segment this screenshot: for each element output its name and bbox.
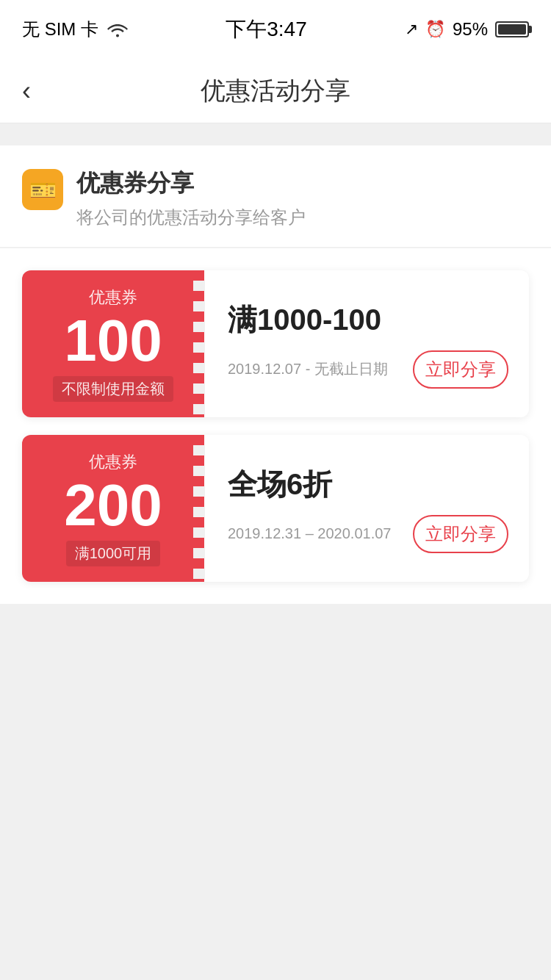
back-button[interactable]: ‹ (22, 76, 31, 107)
section-header: 🎫 优惠券分享 将公司的优惠活动分享给客户 (0, 145, 551, 247)
wifi-icon (107, 21, 128, 37)
status-right: ↗ ⏰ 95% (405, 19, 529, 40)
coupon-amount-2: 200 (64, 476, 162, 535)
coupon-card-1: 优惠券 100 不限制使用金额 满1000-100 2019.12.07 - 无… (22, 270, 529, 417)
status-bar: 无 SIM 卡 下午3:47 ↗ ⏰ 95% (0, 0, 551, 59)
status-left: 无 SIM 卡 (22, 18, 128, 41)
section-subtitle: 将公司的优惠活动分享给客户 (76, 206, 306, 229)
coupon-right-1: 满1000-100 2019.12.07 - 无截止日期 立即分享 (204, 270, 529, 417)
section-icon: 🎫 (22, 169, 63, 210)
coupon-title-1: 满1000-100 (228, 300, 508, 340)
section-title: 优惠券分享 (76, 167, 306, 200)
alarm-icon: ⏰ (425, 20, 445, 39)
coupon-condition-2: 满1000可用 (66, 541, 161, 566)
share-button-1[interactable]: 立即分享 (413, 350, 508, 389)
coupon-right-2: 全场6折 2019.12.31 – 2020.01.07 立即分享 (204, 435, 529, 582)
coupon-title-2: 全场6折 (228, 464, 508, 505)
coupon-date-2: 2019.12.31 – 2020.01.07 (228, 525, 391, 542)
coupon-left-2: 优惠券 200 满1000可用 (22, 435, 204, 582)
coupon-label-1: 优惠券 (89, 287, 137, 309)
coupon-card-2: 优惠券 200 满1000可用 全场6折 2019.12.31 – 2020.0… (22, 435, 529, 582)
coupon-condition-1: 不限制使用金额 (53, 376, 173, 402)
coupon-icon: 🎫 (29, 177, 57, 203)
coupon-left-1: 优惠券 100 不限制使用金额 (22, 270, 204, 417)
nav-bar: ‹ 优惠活动分享 (0, 59, 551, 123)
content-area: 🎫 优惠券分享 将公司的优惠活动分享给客户 优惠券 100 不限制使用金额 满1… (0, 123, 551, 626)
coupon-date-1: 2019.12.07 - 无截止日期 (228, 359, 388, 379)
coupon-amount-1: 100 (64, 311, 162, 370)
coupon-bottom-2: 2019.12.31 – 2020.01.07 立即分享 (228, 515, 508, 553)
location-icon: ↗ (405, 20, 418, 39)
section-text: 优惠券分享 将公司的优惠活动分享给客户 (76, 167, 306, 229)
status-time: 下午3:47 (226, 15, 307, 43)
carrier-text: 无 SIM 卡 (22, 18, 98, 41)
coupon-bottom-1: 2019.12.07 - 无截止日期 立即分享 (228, 350, 508, 389)
coupon-label-2: 优惠券 (89, 451, 137, 473)
battery-percent: 95% (453, 19, 488, 40)
nav-title: 优惠活动分享 (201, 74, 350, 108)
share-button-2[interactable]: 立即分享 (413, 515, 508, 553)
coupon-list: 优惠券 100 不限制使用金额 满1000-100 2019.12.07 - 无… (0, 248, 551, 604)
battery-icon (495, 21, 529, 37)
